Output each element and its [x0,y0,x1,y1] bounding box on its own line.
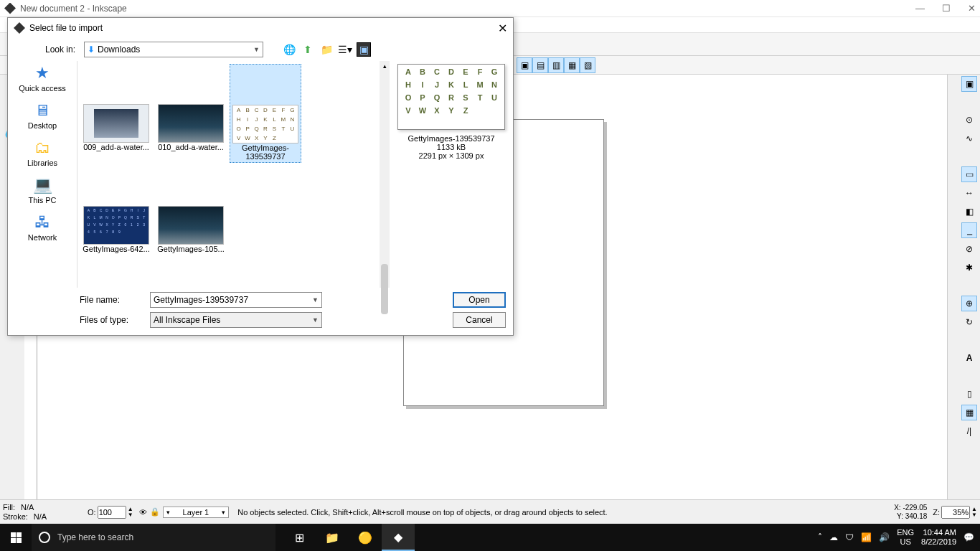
preview-filename: GettyImages-139539737 [392,134,510,143]
dialog-close-button[interactable]: ✕ [498,22,507,35]
place-network[interactable]: 🖧Network [28,213,57,242]
fill-label: Fill: [3,503,15,512]
file-thumbnail: ABCDEFGHIJKLMNOPQRSTUVWXYZ [232,105,298,143]
snap-center-icon[interactable]: ⊕ [961,296,977,311]
maximize-button[interactable]: ☐ [942,3,951,14]
nav-up-icon[interactable]: ⬆ [301,42,315,57]
snap-corner-icon[interactable]: ◧ [961,204,977,220]
zoom-input[interactable] [941,506,970,519]
notifications-icon[interactable]: 💬 [963,532,974,542]
snap-edge-icon[interactable]: ↔ [961,185,977,201]
close-button[interactable]: ✕ [968,3,976,14]
filename-label: File name: [80,295,143,305]
snap-btn-3[interactable]: ▥ [548,57,564,73]
search-placeholder: Type here to search [57,532,133,542]
tray-security-icon[interactable]: 🛡 [845,532,854,542]
lock-toggle-icon[interactable]: 🔒 [150,507,160,517]
nav-back-icon[interactable]: 🌐 [282,42,296,57]
file-thumbnail [158,104,224,143]
file-item[interactable]: 009_add-a-water... [80,64,152,163]
file-item[interactable]: ABCDEFGHIJKLMNOPQRSTUVWXYZ0123456789Gett… [80,166,152,255]
place-quick-access[interactable]: ★Quick access [19,64,65,93]
zoom-spinner-icon[interactable]: ▲▼ [971,507,977,518]
layer-selector[interactable]: ▾ Layer 1 ▾ [163,507,230,518]
chrome-icon[interactable]: 🟡 [349,524,382,551]
tray-network-icon[interactable]: 📶 [861,532,872,542]
window-titlebar: New document 2 - Inkscape — ☐ ✕ [0,0,980,17]
file-item[interactable]: 010_add-a-water... [155,64,227,163]
filetype-dropdown[interactable]: All Inkscape Files ▼ [150,312,322,328]
opacity-input[interactable] [98,506,126,519]
start-button[interactable] [0,524,32,551]
preview-filesize: 1133 kB [392,143,510,151]
tray-volume-icon[interactable]: 🔊 [879,532,890,542]
taskbar-clock[interactable]: 10:44 AM 8/22/2019 [921,528,956,547]
lookin-value: Downloads [98,44,140,55]
view-menu-icon[interactable]: ☰▾ [338,42,352,57]
chevron-down-icon: ▼ [312,296,319,303]
lookin-label: Look in: [14,44,78,55]
stroke-label: Stroke: [3,512,28,522]
opacity-label: O: [88,508,96,517]
lookin-dropdown[interactable]: ⬇ Downloads ▼ [84,42,263,57]
inkscape-icon [4,3,16,14]
preview-dimensions: 2291 px × 1309 px [392,151,510,160]
snap-guide-icon[interactable]: ⎯ [961,222,977,238]
file-item[interactable]: ABCDEFGHIJKLMNOPQRSTUVWXYZGettyImages-13… [230,64,301,163]
tray-onedrive-icon[interactable]: ☁ [829,532,838,542]
place-this-pc[interactable]: 💻This PC [28,176,56,204]
chevron-down-icon: ▼ [253,46,260,53]
inkscape-icon [14,22,25,34]
snap-path-icon[interactable]: ∿ [961,131,977,146]
taskbar-search[interactable]: Type here to search [32,524,275,551]
opacity-spinner-icon[interactable]: ▲▼ [128,507,133,518]
snap-page-icon[interactable]: ▯ [961,386,977,402]
snap-btn-5[interactable]: ▧ [580,57,595,73]
place-desktop[interactable]: 🖥Desktop [28,101,57,130]
file-preview-pane: ABCDEFGHIJKLMNOPQRSTUVWXYZ GettyImages-1… [390,61,513,288]
open-button[interactable]: Open [453,292,506,308]
visibility-toggle-icon[interactable]: 👁 [139,508,147,517]
snap-toggle-icon[interactable]: ▣ [961,76,977,92]
system-tray: ˄ ☁ 🛡 📶 🔊 ENG US 10:44 AM 8/22/2019 💬 [818,524,980,551]
snap-controls-right: ▣ ⊙ ∿ ▭ ↔ ◧ ⎯ ⊘ ✱ ⊕ ↻ A ▯ ▦ /| [958,75,980,524]
snap-intersect-icon[interactable]: ✱ [961,260,977,276]
zoom-label: Z: [933,508,940,517]
file-import-dialog: Select file to import ✕ Look in: ⬇ Downl… [7,17,514,336]
file-list-scrollbar[interactable]: ▴ ▾ [380,61,390,288]
file-list[interactable]: 009_add-a-water...010_add-a-water...ABCD… [77,61,380,288]
snap-guideline-icon[interactable]: /| [961,423,977,439]
places-sidebar: ★Quick access 🖥Desktop 🗂Libraries 💻This … [8,61,77,288]
inkscape-taskbar-icon[interactable]: ◆ [382,524,415,551]
folder-arrow-icon: ⬇ [88,44,95,55]
task-view-icon[interactable]: ⊞ [283,524,316,551]
snap-grid-icon[interactable]: ▦ [961,405,977,420]
snap-btn-2[interactable]: ▤ [532,57,548,73]
minimize-button[interactable]: — [915,3,925,14]
tray-chevron-up-icon[interactable]: ˄ [818,532,822,542]
status-message: No objects selected. Click, Shift+click,… [235,508,888,517]
snap-bbox-icon[interactable]: ▭ [961,166,977,182]
snap-text-icon[interactable]: A [961,350,977,366]
preview-toggle-icon[interactable]: ▣ [357,42,371,57]
place-libraries[interactable]: 🗂Libraries [27,138,57,167]
cancel-button[interactable]: Cancel [453,312,506,328]
file-explorer-icon[interactable]: 📁 [316,524,349,551]
file-item[interactable]: GettyImages-105... [155,166,227,255]
stroke-value: N/A [34,512,47,522]
snap-btn-1[interactable]: ▣ [517,57,532,73]
snap-rotation-icon[interactable]: ↻ [961,314,977,330]
file-label: 010_add-a-water... [158,143,224,151]
new-folder-icon[interactable]: 📁 [319,42,334,57]
fill-value: N/A [21,503,34,512]
scrollbar-vertical[interactable] [947,75,958,524]
file-label: GettyImages-139539737 [232,143,299,161]
zoom-control: Z: ▲▼ [933,506,977,519]
file-label: GettyImages-105... [157,245,225,253]
language-indicator[interactable]: ENG US [897,528,914,547]
snap-btn-4[interactable]: ▦ [564,57,580,73]
filename-input[interactable]: GettyImages-139539737 ▼ [150,292,322,308]
snap-node-icon[interactable]: ⊙ [961,112,977,128]
snap-midpoint-icon[interactable]: ⊘ [961,241,977,257]
file-label: GettyImages-642... [83,245,150,253]
